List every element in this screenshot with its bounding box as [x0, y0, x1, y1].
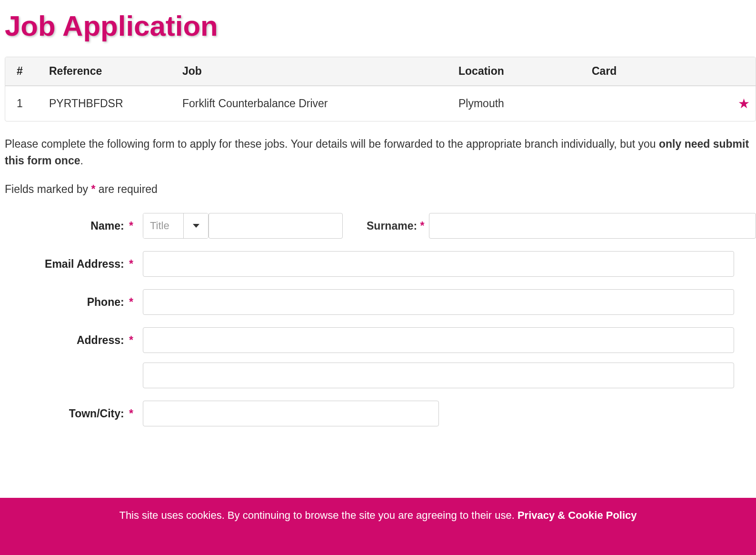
title-combobox[interactable] [143, 213, 209, 239]
name-label: Name: * [0, 220, 143, 232]
col-header-num: # [5, 57, 43, 86]
col-header-reference: Reference [43, 57, 177, 86]
table-row: 1 PYRTHBFDSR Forklift Counterbalance Dri… [5, 86, 756, 121]
required-fields-note: Fields marked by * are required [5, 183, 751, 196]
cell-job: Forklift Counterbalance Driver [177, 86, 453, 121]
address-line1-input[interactable] [143, 327, 734, 353]
town-input[interactable] [143, 401, 439, 426]
col-header-job: Job [177, 57, 453, 86]
col-header-location: Location [453, 57, 586, 86]
email-label: Email Address: * [0, 258, 143, 271]
instructions-text: Please complete the following form to ap… [5, 136, 751, 169]
jobs-table: # Reference Job Location Card 1 PYRTHBFD… [5, 57, 756, 121]
address-label: Address: * [0, 334, 143, 347]
cell-reference: PYRTHBFDSR [43, 86, 177, 121]
title-dropdown-toggle[interactable] [183, 213, 208, 238]
address-line2-input[interactable] [143, 363, 734, 388]
town-label: Town/City: * [0, 407, 143, 420]
email-input[interactable] [143, 251, 734, 277]
privacy-policy-link[interactable]: Privacy & Cookie Policy [517, 509, 637, 521]
cell-location: Plymouth [453, 86, 586, 121]
application-form: Name: * Surname: * Email Address: * [0, 213, 756, 426]
cell-card[interactable]: ★ [586, 86, 756, 121]
col-header-card: Card [586, 57, 756, 86]
first-name-input[interactable] [209, 213, 343, 239]
cookie-banner: This site uses cookies. By continuing to… [0, 498, 756, 555]
cookie-text: This site uses cookies. By continuing to… [119, 509, 517, 521]
cell-num: 1 [5, 86, 43, 121]
page-title: Job Application [5, 10, 756, 42]
surname-input[interactable] [429, 213, 756, 239]
phone-label: Phone: * [0, 296, 143, 309]
star-icon: ★ [738, 96, 750, 111]
title-input[interactable] [143, 213, 183, 238]
surname-label: Surname: * [367, 220, 424, 232]
phone-input[interactable] [143, 289, 734, 315]
chevron-down-icon [193, 224, 199, 228]
